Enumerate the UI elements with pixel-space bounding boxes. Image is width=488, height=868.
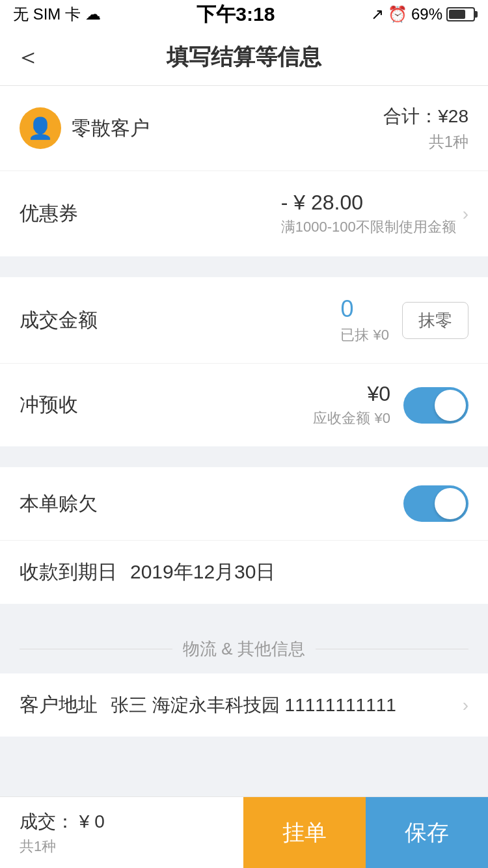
- customer-count: 共1种: [383, 131, 468, 152]
- address-row[interactable]: 客户地址 张三 海淀永丰科技园 11111111111 ›: [0, 673, 488, 737]
- deal-amount-card: 成交金额 0 已抹 ¥0 抹零 冲预收 ¥0 应收金额 ¥0: [0, 277, 488, 446]
- nav-bar: ＜ 填写结算等信息: [0, 29, 488, 86]
- section-divider-1: [0, 267, 488, 277]
- chevron-right-icon: ›: [463, 204, 468, 224]
- status-bar: 无 SIM 卡 ☁ 下午3:18 ↗ ⏰ 69%: [0, 0, 488, 29]
- credit-toggle[interactable]: [403, 485, 468, 522]
- prereceive-right: ¥0 应收金额 ¥0: [313, 382, 468, 428]
- bottom-deal-amount: ¥ 0: [79, 811, 105, 832]
- customer-right: 合计：¥28 共1种: [383, 104, 468, 152]
- coupon-label: 优惠券: [20, 200, 78, 227]
- address-label: 客户地址: [20, 692, 98, 718]
- coupon-row[interactable]: 优惠券 - ¥ 28.00 满1000-100不限制使用金额 ›: [0, 170, 488, 256]
- customer-name: 零散客户: [72, 115, 150, 142]
- battery-icon: [446, 7, 475, 21]
- header-line-left: [20, 649, 172, 649]
- customer-card: 👤 零散客户 合计：¥28 共1种 优惠券 - ¥ 28.00 满1000-10…: [0, 86, 488, 256]
- credit-card: 本单赊欠 收款到期日 2019年12月30日: [0, 467, 488, 604]
- status-left: 无 SIM 卡 ☁: [13, 4, 101, 25]
- deal-amount-sub: 已抹 ¥0: [340, 325, 389, 345]
- content-area: 👤 零散客户 合计：¥28 共1种 优惠券 - ¥ 28.00 满1000-10…: [0, 86, 488, 825]
- customer-left: 👤 零散客户: [20, 107, 150, 149]
- coupon-info: - ¥ 28.00 满1000-100不限制使用金额: [281, 191, 456, 237]
- avatar: 👤: [20, 107, 61, 149]
- address-chevron-icon: ›: [463, 695, 468, 716]
- address-value: 张三 海淀永丰科技园 11111111111: [111, 693, 463, 718]
- alarm-icon: ⏰: [388, 5, 407, 23]
- prereceive-amount: ¥0 应收金额 ¥0: [313, 382, 390, 428]
- credit-label: 本单赊欠: [20, 491, 98, 517]
- sim-status: 无 SIM 卡 ☁: [13, 4, 101, 25]
- section-divider-3: [0, 614, 488, 625]
- logistics-header-text: 物流 & 其他信息: [183, 638, 305, 660]
- coupon-discount: - ¥ 28.00: [281, 191, 456, 215]
- duedate-label: 收款到期日: [20, 559, 117, 586]
- bottom-bar: 成交： ¥ 0 共1种 挂单 保存: [0, 796, 488, 868]
- deal-amount-row: 成交金额 0 已抹 ¥0 抹零: [0, 277, 488, 364]
- prereceive-label: 冲预收: [20, 392, 78, 418]
- page-title: 填写结算等信息: [167, 42, 321, 72]
- deal-amount-right: 0 已抹 ¥0 抹零: [340, 295, 468, 345]
- duedate-value: 2019年12月30日: [130, 559, 275, 586]
- prereceive-sub: 应收金额 ¥0: [313, 409, 390, 428]
- section-divider-2: [0, 457, 488, 467]
- coupon-right: - ¥ 28.00 满1000-100不限制使用金额 ›: [281, 191, 468, 237]
- coupon-description: 满1000-100不限制使用金额: [281, 217, 456, 237]
- bottom-deal-row: 成交： ¥ 0: [20, 809, 224, 834]
- bottom-summary: 成交： ¥ 0 共1种: [0, 809, 243, 856]
- deal-amount-info: 0 已抹 ¥0: [340, 295, 389, 345]
- status-time: 下午3:18: [197, 1, 275, 28]
- customer-total: 合计：¥28: [383, 104, 468, 129]
- avatar-icon: 👤: [27, 116, 53, 141]
- battery-percent: 69%: [411, 5, 442, 23]
- back-button[interactable]: ＜: [16, 40, 40, 74]
- toggle-knob: [435, 390, 466, 421]
- header-line-right: [316, 649, 468, 649]
- credit-toggle-knob: [435, 488, 466, 519]
- bottom-deal-label: 成交：: [20, 811, 74, 832]
- bottom-count: 共1种: [20, 837, 224, 856]
- location-icon: ↗: [371, 5, 384, 23]
- address-card: 客户地址 张三 海淀永丰科技园 11111111111 ›: [0, 673, 488, 737]
- hold-button[interactable]: 挂单: [243, 797, 366, 869]
- duedate-row: 收款到期日 2019年12月30日: [0, 540, 488, 604]
- deal-amount-value: 0: [340, 295, 389, 323]
- status-right: ↗ ⏰ 69%: [371, 5, 475, 23]
- prereceive-toggle[interactable]: [403, 387, 468, 424]
- deal-amount-label: 成交金额: [20, 307, 98, 334]
- credit-row: 本单赊欠: [0, 467, 488, 540]
- round-zero-button[interactable]: 抹零: [402, 302, 468, 339]
- customer-row: 👤 零散客户 合计：¥28 共1种: [0, 86, 488, 170]
- prereceive-row: 冲预收 ¥0 应收金额 ¥0: [0, 364, 488, 446]
- prereceive-value: ¥0: [313, 382, 390, 406]
- logistics-header: 物流 & 其他信息: [0, 625, 488, 673]
- save-button[interactable]: 保存: [366, 797, 488, 869]
